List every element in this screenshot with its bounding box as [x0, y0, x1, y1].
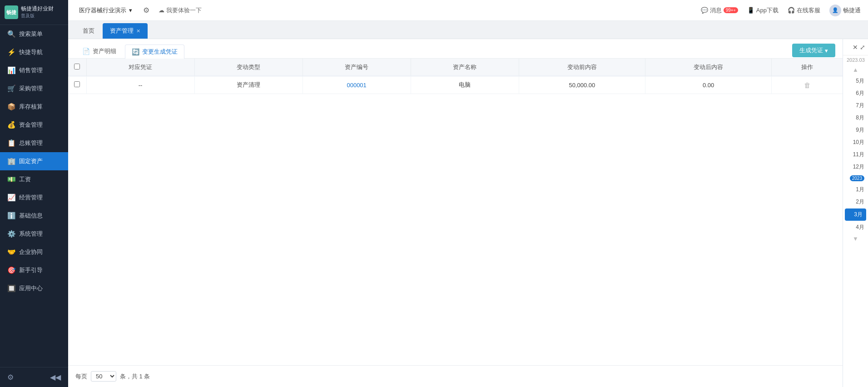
sidebar-item-funds[interactable]: 💰 资金管理 — [0, 116, 68, 134]
content-main: 📄 资产明细 🔄 变更生成凭证 生成凭证 ▾ — [68, 39, 843, 387]
sidebar-item-label: 新手引导 — [19, 266, 43, 274]
sidebar-nav: 🔍 搜索菜单 ⚡ 快捷导航 📊 销售管理 🛒 采购管理 📦 库存核算 💰 资金管… — [0, 25, 68, 367]
operations-icon: 📈 — [7, 194, 15, 202]
tab-home[interactable]: 首页 — [75, 23, 102, 39]
scroll-down-button[interactable]: ▼ — [843, 233, 868, 244]
date-month-2023-3[interactable]: 3月 — [845, 208, 866, 221]
sidebar-item-label: 经营管理 — [19, 194, 43, 202]
user-action[interactable]: 👤 畅捷通 — [829, 5, 861, 16]
sidebar-item-label: 销售管理 — [19, 66, 43, 74]
table-row: -- 资产清理 000001 电脑 — [68, 76, 843, 94]
sidebar-item-label: 资金管理 — [19, 121, 43, 129]
fixed-assets-icon: 🏢 — [7, 157, 15, 165]
sidebar-item-ledger[interactable]: 📋 总账管理 — [0, 134, 68, 152]
experience-tip[interactable]: ☁ 我要体验一下 — [159, 6, 202, 15]
row-operation-cell: 🗑 — [772, 76, 843, 94]
company-selector[interactable]: 医疗器械行业演示 ▾ — [75, 5, 136, 16]
message-badge: 99++ — [724, 7, 738, 13]
app-download-action[interactable]: 📱 App下载 — [747, 6, 779, 15]
scroll-up-button[interactable]: ▲ — [843, 64, 868, 75]
cloud-icon: ☁ — [159, 7, 164, 14]
sidebar-item-system[interactable]: ⚙️ 系统管理 — [0, 225, 68, 243]
dropdown-icon: ▾ — [129, 7, 132, 14]
sub-tab-change-voucher[interactable]: 🔄 变更生成凭证 — [125, 45, 184, 59]
row-asset-code-cell: 000001 — [303, 76, 411, 94]
sales-icon: 📊 — [7, 66, 15, 74]
sub-tabs: 📄 资产明细 🔄 变更生成凭证 — [75, 44, 184, 58]
sidebar-item-guide[interactable]: 🎯 新手引导 — [0, 261, 68, 279]
logo-subtitle: 普及版 — [21, 13, 54, 19]
sidebar-item-sales[interactable]: 📊 销售管理 — [0, 61, 68, 79]
app-center-icon: 🔲 — [7, 284, 15, 293]
asset-detail-icon: 📄 — [82, 48, 90, 55]
collapse-icon[interactable]: ◀◀ — [50, 373, 61, 382]
date-month-2023-2[interactable]: 2月 — [843, 196, 868, 208]
row-asset-name-cell: 电脑 — [411, 76, 519, 94]
sidebar-item-quick-nav[interactable]: ⚡ 快捷导航 — [0, 43, 68, 61]
sidebar-item-enterprise[interactable]: 🤝 企业协同 — [0, 243, 68, 261]
asset-name-col-header: 资产名称 — [411, 59, 519, 76]
date-month-5[interactable]: 5月 — [843, 75, 868, 87]
sub-tab-change-voucher-label: 变更生成凭证 — [142, 48, 178, 56]
date-month-12[interactable]: 12月 — [843, 161, 868, 173]
date-month-11[interactable]: 11月 — [843, 149, 868, 161]
tab-assets-label: 资产管理 — [110, 27, 134, 35]
message-action[interactable]: 💬 消息 99++ — [701, 6, 738, 15]
date-month-6[interactable]: 6月 — [843, 87, 868, 99]
sidebar-item-label: 应用中心 — [19, 284, 43, 293]
row-check-cell — [68, 76, 86, 94]
sidebar-item-app-center[interactable]: 🔲 应用中心 — [0, 279, 68, 298]
row-checkbox[interactable] — [74, 81, 80, 87]
sidebar-item-payroll[interactable]: 💵 工资 — [0, 170, 68, 189]
settings-icon[interactable]: ⚙ — [7, 373, 14, 382]
date-panel-title: 2023.03 — [843, 55, 868, 64]
tab-assets[interactable]: 资产管理 ✕ — [103, 23, 148, 39]
content-area: 📄 资产明细 🔄 变更生成凭证 生成凭证 ▾ — [68, 39, 868, 387]
search-icon: 🔍 — [7, 30, 15, 38]
pagination-bar: 每页 50 20 100 条，共 1 条 — [68, 365, 843, 387]
guide-icon: 🎯 — [7, 266, 15, 274]
sidebar-item-operations[interactable]: 📈 经营管理 — [0, 189, 68, 207]
check-all-header — [68, 59, 86, 76]
settings-button[interactable]: ⚙ — [141, 4, 151, 16]
date-month-2023-1[interactable]: 1月 — [843, 184, 868, 196]
date-month-9[interactable]: 9月 — [843, 124, 868, 136]
online-support-action[interactable]: 🎧 在线客服 — [788, 6, 820, 15]
table-container: 对应凭证 变动类型 资产编号 资产名称 — [68, 59, 843, 365]
sidebar-item-search[interactable]: 🔍 搜索菜单 — [0, 25, 68, 43]
close-panel-button[interactable]: ✕ — [853, 44, 858, 51]
sub-tab-asset-detail[interactable]: 📄 资产明细 — [75, 44, 123, 58]
expand-panel-button[interactable]: ⤢ — [860, 44, 865, 51]
date-month-7[interactable]: 7月 — [843, 99, 868, 112]
per-page-select[interactable]: 50 20 100 — [91, 371, 116, 382]
check-all-checkbox[interactable] — [74, 64, 80, 69]
generate-btn-label: 生成凭证 — [799, 46, 823, 55]
sidebar-item-purchase[interactable]: 🛒 采购管理 — [0, 79, 68, 98]
avatar: 👤 — [829, 5, 841, 16]
main-content: 医疗器械行业演示 ▾ ⚙ ☁ 我要体验一下 💬 消息 99++ 📱 App下载 … — [68, 0, 868, 387]
before-change-col-header: 变动前内容 — [519, 59, 645, 76]
generate-voucher-button[interactable]: 生成凭证 ▾ — [792, 44, 835, 57]
sub-tab-asset-detail-label: 资产明细 — [93, 47, 116, 55]
purchase-icon: 🛒 — [7, 84, 15, 93]
right-date-panel: ✕ ⤢ 2023.03 ▲ 5月 6月 7月 8月 9月 10月 11月 12月… — [843, 39, 868, 387]
sidebar-item-label: 基础信息 — [19, 212, 43, 220]
tab-close-icon[interactable]: ✕ — [136, 28, 140, 34]
message-label: 消息 — [710, 6, 722, 15]
delete-row-button[interactable]: 🗑 — [804, 81, 811, 89]
sidebar-item-basic-info[interactable]: ℹ️ 基础信息 — [0, 207, 68, 225]
sidebar-item-fixed-assets[interactable]: 🏢 固定资产 — [0, 152, 68, 170]
table-header-row: 对应凭证 变动类型 资产编号 资产名称 — [68, 59, 843, 76]
sidebar-item-inventory[interactable]: 📦 库存核算 — [0, 98, 68, 116]
date-month-2023-4[interactable]: 4月 — [843, 221, 868, 233]
sidebar-item-label: 系统管理 — [19, 230, 43, 238]
date-month-10[interactable]: 10月 — [843, 136, 868, 149]
basic-info-icon: ℹ️ — [7, 212, 15, 220]
dropdown-arrow-icon: ▾ — [825, 47, 828, 54]
funds-icon: 💰 — [7, 121, 15, 129]
username-label: 畅捷通 — [843, 6, 861, 15]
right-panel-header: ✕ ⤢ — [843, 39, 868, 55]
company-name: 医疗器械行业演示 — [79, 6, 126, 15]
date-month-8[interactable]: 8月 — [843, 112, 868, 124]
assets-table: 对应凭证 变动类型 资产编号 资产名称 — [68, 59, 843, 94]
